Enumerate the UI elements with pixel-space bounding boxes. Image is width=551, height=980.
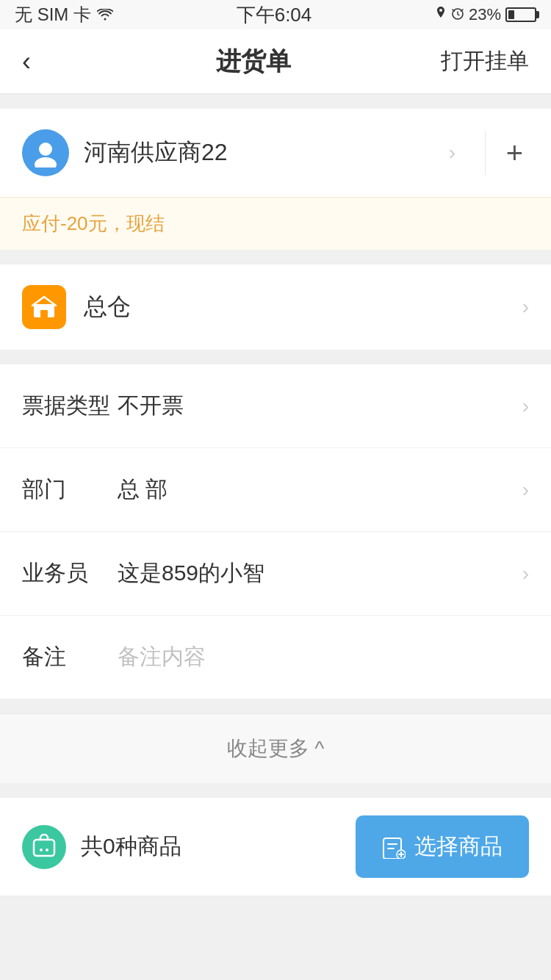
svg-rect-5 <box>34 840 54 856</box>
remark-placeholder: 备注内容 <box>118 642 529 672</box>
warehouse-icon <box>22 285 66 329</box>
svg-point-7 <box>46 849 48 851</box>
invoice-chevron-icon: › <box>522 394 529 418</box>
supplier-row[interactable]: 河南供应商22 › + <box>0 109 551 197</box>
nav-bar: ‹ 进货单 打开挂单 <box>0 29 551 94</box>
warehouse-chevron-icon: › <box>522 295 529 319</box>
department-chevron-icon: › <box>522 478 529 502</box>
svg-point-2 <box>35 157 57 167</box>
status-bar-left: 无 SIM 卡 <box>15 3 113 26</box>
select-product-label: 选择商品 <box>414 832 503 862</box>
open-pending-button[interactable]: 打开挂单 <box>441 46 529 76</box>
battery-percent: 23% <box>469 5 501 24</box>
collapse-bar[interactable]: 收起更多 ^ <box>0 713 551 783</box>
battery-icon <box>505 7 536 22</box>
supplier-avatar <box>22 129 69 176</box>
notice-text: 应付-20元，现结 <box>22 212 165 234</box>
bottom-bar: 共0种商品 选择商品 <box>0 798 551 896</box>
salesperson-chevron-icon: › <box>522 562 529 586</box>
carrier-label: 无 SIM 卡 <box>15 3 91 26</box>
status-bar: 无 SIM 卡 下午6:04 23% <box>0 0 551 29</box>
add-supplier-button[interactable]: + <box>485 131 529 175</box>
product-count: 共0种商品 <box>81 832 356 862</box>
form-row-remark[interactable]: 备注 备注内容 <box>0 616 551 699</box>
collapse-text: 收起更多 ^ <box>227 737 325 760</box>
form-section: 票据类型 不开票 › 部门 总 部 › 业务员 这是859的小智 › 备注 备注… <box>0 364 551 699</box>
form-row-invoice[interactable]: 票据类型 不开票 › <box>0 364 551 448</box>
wifi-icon <box>97 4 113 25</box>
invoice-value: 不开票 <box>118 391 522 421</box>
salesperson-label: 业务员 <box>22 558 118 588</box>
svg-rect-4 <box>40 310 48 317</box>
location-icon <box>435 5 447 24</box>
remark-label: 备注 <box>22 642 118 672</box>
department-label: 部门 <box>22 475 118 505</box>
warehouse-label: 总仓 <box>84 291 522 323</box>
supplier-chevron-icon: › <box>449 141 455 165</box>
status-bar-right: 23% <box>435 5 536 24</box>
salesperson-value: 这是859的小智 <box>118 558 522 588</box>
warehouse-row[interactable]: 总仓 › <box>0 264 551 350</box>
cart-icon-wrap <box>22 825 66 869</box>
supplier-name: 河南供应商22 <box>84 137 449 169</box>
content: 河南供应商22 › + 应付-20元，现结 总仓 › 票据类型 不开票 › 部门… <box>0 109 551 896</box>
status-bar-time: 下午6:04 <box>237 2 312 28</box>
form-row-salesperson[interactable]: 业务员 这是859的小智 › <box>0 532 551 616</box>
notice-bar: 应付-20元，现结 <box>0 197 551 250</box>
svg-point-6 <box>40 849 43 851</box>
department-value: 总 部 <box>118 475 522 505</box>
form-row-department[interactable]: 部门 总 部 › <box>0 448 551 532</box>
supplier-section: 河南供应商22 › + 应付-20元，现结 <box>0 109 551 250</box>
svg-point-1 <box>39 143 52 156</box>
invoice-label: 票据类型 <box>22 391 118 421</box>
alarm-icon <box>451 5 464 24</box>
back-button[interactable]: ‹ <box>22 46 66 77</box>
page-title: 进货单 <box>216 45 291 79</box>
select-product-button[interactable]: 选择商品 <box>356 815 529 878</box>
